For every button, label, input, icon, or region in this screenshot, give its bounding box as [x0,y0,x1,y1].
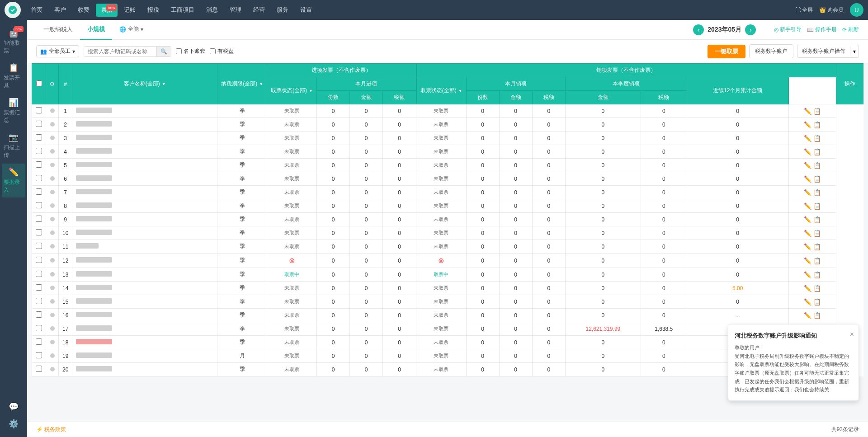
edit-icon[interactable]: ✏️ [804,285,811,292]
nav-accounting[interactable]: 记账 [118,3,141,17]
copy-icon[interactable]: 📋 [813,202,821,210]
edit-icon[interactable]: ✏️ [804,271,811,278]
th-client-name[interactable]: 客户名称(全部) ▼ [72,64,217,104]
edit-icon[interactable]: ✏️ [804,175,811,183]
th-income-status[interactable]: 取票状态(全部) ▼ [267,77,317,104]
tax-policy-link[interactable]: ⚡ 税务政策 [36,426,66,433]
copy-icon[interactable]: 📋 [813,108,821,115]
new-user-guide[interactable]: ◎ 新手引导 [774,26,802,33]
nav-service[interactable]: 服务 [271,3,294,17]
row-checkbox[interactable] [36,338,42,345]
search-input[interactable] [84,47,156,56]
th-outcome-status[interactable]: 取票状态(全部) ▼ [416,77,466,104]
user-avatar[interactable]: U [850,3,863,17]
nav-messages[interactable]: 消息 [201,3,223,17]
row-checkbox[interactable] [36,284,42,291]
edit-icon[interactable]: ✏️ [804,135,811,142]
tax-period-filter[interactable]: 纳税期限(全部) ▼ [221,80,263,88]
tab-small-scale[interactable]: 小规模 [80,20,112,40]
nav-business[interactable]: 工商项目 [165,3,200,17]
taxdisk-checkbox-label[interactable]: 有税盘 [210,47,234,55]
edit-icon[interactable]: ✏️ [804,148,811,155]
row-checkbox[interactable] [36,325,42,331]
edit-icon[interactable]: ✏️ [804,298,811,305]
taxdisk-checkbox[interactable] [210,48,216,54]
copy-icon[interactable]: 📋 [813,189,821,196]
operation-manual[interactable]: 📖 操作手册 [807,26,837,33]
edit-icon[interactable]: ✏️ [804,108,811,115]
row-checkbox[interactable] [36,161,42,168]
edit-icon[interactable]: ✏️ [804,312,811,319]
edit-icon[interactable]: ✏️ [804,202,811,210]
copy-icon[interactable]: 📋 [813,271,821,278]
sidebar-item-chat[interactable]: 💬 [2,398,25,415]
edit-icon[interactable]: ✏️ [804,230,811,237]
sidebar-item-invoice-issue[interactable]: 📋 发票开具 [2,59,25,93]
edit-icon[interactable]: ✏️ [804,257,811,264]
copy-icon[interactable]: 📋 [813,216,821,223]
nav-operations[interactable]: 经营 [248,3,270,17]
copy-icon[interactable]: 📋 [813,148,821,155]
row-checkbox[interactable] [36,243,42,249]
search-button[interactable]: 🔍 [156,47,171,56]
copy-icon[interactable]: 📋 [813,312,821,319]
employee-select[interactable]: 👥 全部员工 ▾ [36,45,79,57]
copy-icon[interactable]: 📋 [813,121,821,128]
copy-icon[interactable]: 📋 [813,162,821,169]
sidebar-item-ticket-summary[interactable]: 📊 票据汇总 [2,94,25,128]
copy-icon[interactable]: 📋 [813,230,821,237]
row-checkbox[interactable] [36,148,42,154]
nav-management[interactable]: 管理 [224,3,247,17]
row-checkbox[interactable] [36,366,42,372]
tax-digital-account-btn[interactable]: 税务数字账户 [749,44,793,58]
nav-clients[interactable]: 客户 [49,3,71,17]
th-tax-period[interactable]: 纳税期限(全部) ▼ [217,64,267,104]
edit-icon[interactable]: ✏️ [804,162,811,169]
underaccount-checkbox-label[interactable]: 名下账套 [176,47,205,55]
copy-icon[interactable]: 📋 [813,135,821,142]
row-checkbox[interactable] [36,188,42,195]
tab-general-taxpayer[interactable]: 一般纳税人 [36,20,80,40]
fullscreen-btn[interactable]: ⛶ 全屏 [795,6,813,14]
copy-icon[interactable]: 📋 [813,175,821,183]
row-checkbox[interactable] [36,257,42,263]
row-checkbox[interactable] [36,202,42,208]
copy-icon[interactable]: 📋 [813,285,821,292]
edit-icon[interactable]: ✏️ [804,189,811,196]
tax-account-op-dropdown[interactable]: ▾ [850,46,859,57]
edit-icon[interactable]: ✏️ [804,216,811,223]
client-name-filter[interactable]: 客户名称(全部) ▼ [124,80,166,88]
copy-icon[interactable]: 📋 [813,298,821,305]
sidebar-item-config[interactable]: ⚙️ [2,415,25,432]
refresh-btn[interactable]: ⟳ 刷新 [842,26,859,33]
nav-tickets[interactable]: 票据 new [96,4,118,17]
nav-home[interactable]: 首页 [25,3,48,17]
sidebar-item-smart-ticket[interactable]: 🤖 智能取票 new [2,24,25,58]
sidebar-item-ticket-entry[interactable]: ✏️ 票据录入 [2,164,25,197]
nav-billing[interactable]: 收费 [72,3,95,17]
notification-close-btn[interactable]: × [850,328,854,340]
underaccount-checkbox[interactable] [176,48,182,54]
row-checkbox[interactable] [36,229,42,235]
row-checkbox[interactable] [36,298,42,304]
sidebar-item-scan-upload[interactable]: 📷 扫描上传 [2,129,25,163]
tab-all[interactable]: 🌐 全能 ▾ [112,20,151,39]
copy-icon[interactable]: 📋 [813,243,821,250]
nav-settings[interactable]: 设置 [295,3,317,17]
row-checkbox[interactable] [36,107,42,113]
edit-icon[interactable]: ✏️ [804,243,811,250]
row-checkbox[interactable] [36,352,42,358]
copy-icon[interactable]: 📋 [813,257,821,264]
row-checkbox[interactable] [36,134,42,141]
row-checkbox[interactable] [36,271,42,277]
select-all-checkbox[interactable] [36,80,42,86]
row-checkbox[interactable] [36,216,42,222]
row-checkbox[interactable] [36,311,42,318]
vip-btn[interactable]: 👑 购会员 [819,6,844,14]
prev-month-btn[interactable]: ‹ [693,24,704,35]
row-checkbox[interactable] [36,175,42,181]
row-checkbox[interactable] [36,121,42,127]
one-click-ticket-btn[interactable]: 一键取票 [708,45,745,58]
edit-icon[interactable]: ✏️ [804,121,811,128]
nav-tax[interactable]: 报税 [142,3,165,17]
